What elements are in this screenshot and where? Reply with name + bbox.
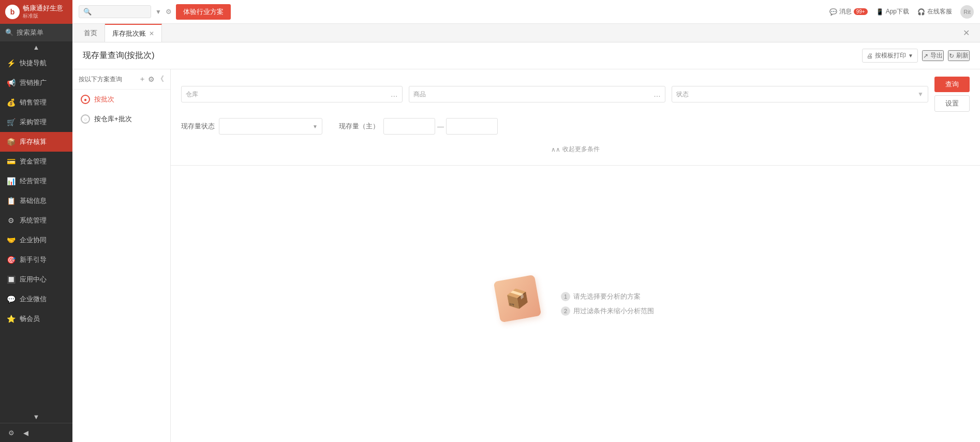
- huiyuan-icon: ⭐: [6, 314, 16, 323]
- tab-panel-close[interactable]: ✕: [957, 28, 976, 38]
- sidebar-scroll-down[interactable]: ▼: [0, 411, 72, 423]
- tab-home-label: 首页: [84, 28, 97, 38]
- tab-kucun-pici[interactable]: 库存批次账 ✕: [105, 24, 162, 42]
- scheme-item-cangku-pici[interactable]: ○ 按仓库+批次: [72, 109, 170, 129]
- topbar-search-input[interactable]: [94, 8, 145, 16]
- content-area: 现存量查询(按批次) 🖨 按模板打印 ▼ ↗ 导出 ↻ 刷新: [72, 42, 980, 442]
- sidebar-item-label: 资金管理: [20, 157, 47, 166]
- product-more-icon[interactable]: …: [654, 90, 661, 98]
- sidebar-item-yingxiao[interactable]: 📢 营销推广: [0, 73, 72, 93]
- message-icon: 💬: [829, 8, 837, 16]
- left-panel-actions: ＋ ⚙ 《: [139, 75, 164, 84]
- sidebar-scroll-up[interactable]: ▲: [0, 41, 72, 53]
- add-scheme-icon[interactable]: ＋: [139, 75, 146, 84]
- inventory-status-field: 现存量状态 ▼: [181, 118, 322, 135]
- sidebar-item-label: 营销推广: [20, 78, 47, 87]
- jichu-icon: 📋: [6, 196, 16, 205]
- manage-scheme-icon[interactable]: ⚙: [148, 75, 155, 83]
- sidebar-search[interactable]: 🔍 搜索菜单: [0, 24, 72, 41]
- page-actions: 🖨 按模板打印 ▼ ↗ 导出 ↻ 刷新: [862, 49, 970, 63]
- user-name: Rit: [963, 9, 970, 15]
- search-icon: 🔍: [5, 28, 13, 36]
- sidebar-item-label: 企业协同: [20, 235, 47, 245]
- product-field[interactable]: 商品 …: [409, 86, 665, 102]
- qty-range: —: [383, 118, 498, 135]
- message-badge: 99+: [854, 8, 868, 15]
- export-btn[interactable]: ↗ 导出: [922, 50, 944, 61]
- settings-icon[interactable]: ⚙: [6, 428, 17, 438]
- zijin-icon: 💳: [6, 157, 16, 166]
- experience-btn[interactable]: 体验行业方案: [176, 4, 231, 20]
- main-area: 🔍 ▼ ⚙ 体验行业方案 💬 消息 99+ 📱 App下载 🎧 在线客服 R: [72, 0, 980, 442]
- tip-text-2: 用过滤条件来缩小分析范围: [573, 306, 654, 316]
- sidebar: b 畅康通好生意 标准版 🔍 搜索菜单 ▲ ⚡ 快捷导航 📢 营销推广 💰 销售…: [0, 0, 72, 442]
- sidebar-item-yingyong[interactable]: 🔲 应用中心: [0, 270, 72, 289]
- sidebar-item-label: 系统管理: [20, 216, 47, 225]
- page-header: 现存量查询(按批次) 🖨 按模板打印 ▼ ↗ 导出 ↻ 刷新: [72, 42, 980, 69]
- status-dropdown-icon[interactable]: ▼: [917, 91, 924, 98]
- sidebar-item-xitong[interactable]: ⚙ 系统管理: [0, 211, 72, 230]
- left-panel-title: 按以下方案查询: [79, 75, 122, 84]
- empty-state-content: 📦 1 请先选择要分析的方案 2 用过滤条件来缩小分析范围: [497, 278, 654, 330]
- tab-close-icon[interactable]: ✕: [149, 30, 154, 37]
- warehouse-field[interactable]: 仓库 …: [181, 86, 403, 102]
- tabbar: 首页 库存批次账 ✕ ✕: [72, 24, 980, 42]
- topbar-gear-icon[interactable]: ⚙: [166, 8, 172, 16]
- sidebar-item-kuaijie[interactable]: ⚡ 快捷导航: [0, 53, 72, 73]
- xiaoshou-icon: 💰: [6, 98, 16, 107]
- sidebar-item-weixin[interactable]: 💬 企业微信: [0, 289, 72, 309]
- inventory-status-select[interactable]: ▼: [219, 118, 322, 135]
- refresh-icon: ↻: [949, 52, 954, 60]
- warehouse-more-icon[interactable]: …: [391, 90, 398, 98]
- message-action[interactable]: 💬 消息 99+: [829, 7, 868, 16]
- sidebar-item-label: 应用中心: [20, 275, 47, 284]
- sidebar-item-kucun[interactable]: 📦 库存核算: [0, 132, 72, 152]
- message-label: 消息: [839, 7, 852, 16]
- print-dropdown-icon[interactable]: ▼: [908, 53, 913, 58]
- scheme-label: 按仓库+批次: [94, 114, 132, 124]
- topbar-dropdown-icon[interactable]: ▼: [155, 8, 161, 16]
- query-btn[interactable]: 查询: [934, 77, 970, 92]
- collapse-btn[interactable]: ∧∧ 收起更多条件: [181, 141, 970, 158]
- sidebar-item-caigou[interactable]: 🛒 采购管理: [0, 112, 72, 132]
- settings-btn[interactable]: 设置: [934, 95, 970, 112]
- jingying-icon: 📊: [6, 176, 16, 186]
- user-action[interactable]: Rit: [960, 5, 974, 19]
- sidebar-item-qiye[interactable]: 🤝 企业协同: [0, 230, 72, 250]
- sidebar-item-zijin[interactable]: 💳 资金管理: [0, 152, 72, 171]
- filter-actions: 查询 设置: [934, 77, 970, 112]
- sidebar-item-label: 基础信息: [20, 196, 47, 205]
- inventory-status-arrow: ▼: [313, 124, 318, 129]
- tab-home[interactable]: 首页: [77, 24, 105, 42]
- qty-min-input[interactable]: [383, 118, 435, 135]
- scheme-item-pici[interactable]: ● 按批次: [72, 90, 170, 109]
- sidebar-item-jingying[interactable]: 📊 经营管理: [0, 171, 72, 191]
- sidebar-footer: ⚙ ◀: [0, 423, 72, 442]
- print-btn[interactable]: 🖨 按模板打印 ▼: [862, 49, 918, 63]
- app-download-action[interactable]: 📱 App下载: [876, 7, 909, 16]
- sidebar-item-huiyuan[interactable]: ⭐ 畅会员: [0, 309, 72, 329]
- empty-tip-1: 1 请先选择要分析的方案: [561, 292, 654, 301]
- sidebar-item-label: 快捷导航: [20, 58, 47, 68]
- refresh-btn[interactable]: ↻ 刷新: [948, 50, 970, 61]
- collapse-up-icon: ∧∧: [551, 146, 560, 153]
- kucun-icon: 📦: [6, 137, 16, 146]
- empty-tips: 1 请先选择要分析的方案 2 用过滤条件来缩小分析范围: [561, 292, 654, 316]
- collapse-panel-icon[interactable]: 《: [157, 75, 164, 84]
- sidebar-item-jichu[interactable]: 📋 基础信息: [0, 191, 72, 211]
- scheme-inactive-icon: ○: [81, 114, 90, 124]
- left-panel-header: 按以下方案查询 ＋ ⚙ 《: [72, 69, 170, 90]
- status-field[interactable]: 状态 ▼: [672, 86, 928, 102]
- qty-max-input[interactable]: [446, 118, 498, 135]
- topbar-search-box[interactable]: 🔍: [79, 5, 151, 18]
- sidebar-item-xiaoshou[interactable]: 💰 销售管理: [0, 93, 72, 112]
- sidebar-nav: ⚡ 快捷导航 📢 营销推广 💰 销售管理 🛒 采购管理 📦 库存核算 💳 资金管…: [0, 53, 72, 411]
- sidebar-item-xinshou[interactable]: 🎯 新手引导: [0, 250, 72, 270]
- scheme-active-icon: ●: [81, 95, 90, 104]
- warehouse-label: 仓库: [186, 90, 198, 99]
- sidebar-item-label: 库存核算: [20, 137, 47, 146]
- collapse-icon[interactable]: ◀: [21, 428, 31, 438]
- online-service-action[interactable]: 🎧 在线客服: [917, 7, 952, 16]
- status-label: 状态: [676, 90, 689, 99]
- sidebar-header: b 畅康通好生意 标准版: [0, 0, 72, 24]
